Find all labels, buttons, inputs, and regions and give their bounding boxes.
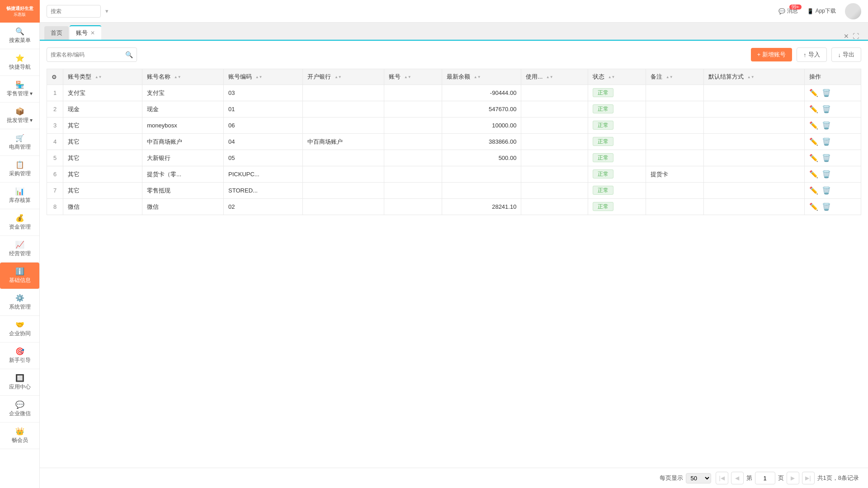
page-first-btn[interactable]: |◀ (716, 472, 728, 484)
cell-account (384, 199, 442, 215)
col-default-pay[interactable]: 默认结算方式 ▲▼ (704, 69, 804, 85)
topbar-search-input[interactable] (47, 5, 101, 18)
sidebar-item-wholesale[interactable]: 📦 批发管理 ▾ (0, 103, 39, 129)
enterprise-wechat-icon: 💬 (2, 400, 37, 409)
edit-icon[interactable]: ✏️ (809, 121, 818, 130)
edit-icon[interactable]: ✏️ (809, 202, 818, 211)
col-type[interactable]: 账号类型 ▲▼ (63, 69, 142, 85)
delete-icon[interactable]: 🗑️ (822, 105, 831, 113)
topbar-dropdown-icon[interactable]: ▾ (105, 8, 108, 14)
cell-no: 1 (47, 85, 63, 101)
col-usage[interactable]: 使用... ▲▼ (521, 69, 588, 85)
cell-code: 01 (224, 101, 303, 117)
edit-icon[interactable]: ✏️ (809, 186, 818, 195)
edit-icon[interactable]: ✏️ (809, 89, 818, 97)
cell-account (384, 150, 442, 166)
status-badge: 正常 (593, 88, 613, 97)
topbar-app-download[interactable]: 📱 App下载 (807, 7, 836, 15)
cell-status: 正常 (588, 183, 646, 199)
cell-default-pay (704, 85, 804, 101)
page-current-input[interactable] (755, 472, 775, 484)
cell-name: 提货卡（零... (142, 166, 224, 183)
import-button[interactable]: ↑ 导入 (797, 47, 827, 62)
tab-home[interactable]: 首页 (44, 26, 69, 40)
sidebar-item-ecommerce[interactable]: 🛒 电商管理 (0, 129, 39, 156)
sidebar-item-quicknav[interactable]: ⭐ 快捷导航 (0, 49, 39, 76)
col-status[interactable]: 状态 ▲▼ (588, 69, 646, 85)
export-button[interactable]: ↓ 导出 (831, 47, 862, 62)
sidebar-item-appcenter[interactable]: 🔲 应用中心 (0, 369, 39, 396)
delete-icon[interactable]: 🗑️ (822, 154, 831, 162)
sidebar-item-guide[interactable]: 🎯 新手引导 (0, 343, 39, 369)
cell-remark (646, 134, 704, 150)
search-input[interactable] (51, 52, 125, 58)
sidebar-item-inventory[interactable]: 📊 库存核算 (0, 183, 39, 209)
window-close-icon[interactable]: ✕ (844, 33, 849, 40)
tab-close-icon[interactable]: ✕ (90, 30, 95, 36)
sidebar: 畅捷通好生意 乐惠版 🔍 搜索菜单 ⭐ 快捷导航 🏪 零售管理 ▾ 📦 批发管理… (0, 0, 40, 488)
delete-icon[interactable]: 🗑️ (822, 121, 831, 130)
table-row: 2 现金 现金 01 547670.00 正常 ✏️ 🗑️ (47, 101, 861, 117)
col-account[interactable]: 账号 ▲▼ (384, 69, 442, 85)
delete-icon[interactable]: 🗑️ (822, 202, 831, 211)
sidebar-item-operations[interactable]: 📈 经营管理 (0, 236, 39, 263)
tab-account[interactable]: 账号 ✕ (70, 25, 101, 40)
delete-icon[interactable]: 🗑️ (822, 186, 831, 195)
finance-icon: 💰 (2, 214, 37, 222)
page-last-btn[interactable]: ▶| (802, 472, 815, 484)
edit-icon[interactable]: ✏️ (809, 154, 818, 162)
cell-name: moneybosx (142, 117, 224, 134)
sidebar-item-enterprise-wechat[interactable]: 💬 企业微信 (0, 396, 39, 422)
edit-icon[interactable]: ✏️ (809, 105, 818, 113)
col-balance[interactable]: 最新余额 ▲▼ (442, 69, 521, 85)
delete-icon[interactable]: 🗑️ (822, 170, 831, 178)
sidebar-item-collab[interactable]: 🤝 企业协同 (0, 316, 39, 343)
pagination: 每页显示 50 100 200 |◀ ◀ 第 页 ▶ ▶| 共1页，8条记录 (40, 468, 868, 488)
edit-icon[interactable]: ✏️ (809, 170, 818, 178)
window-expand-icon[interactable]: ⛶ (853, 33, 859, 40)
topbar-message[interactable]: 💬 消息 99+ (778, 7, 798, 15)
delete-icon[interactable]: 🗑️ (822, 137, 831, 146)
export-icon: ↓ (838, 52, 841, 58)
col-code[interactable]: 账号编码 ▲▼ (224, 69, 303, 85)
cell-code: 03 (224, 85, 303, 101)
member-icon: 👑 (2, 427, 37, 436)
sidebar-item-member[interactable]: 👑 畅会员 (0, 422, 39, 449)
delete-icon[interactable]: 🗑️ (822, 89, 831, 97)
edit-icon[interactable]: ✏️ (809, 137, 818, 146)
page-nav: |◀ ◀ 第 页 ▶ ▶| 共1页，8条记录 (716, 472, 859, 484)
tab-account-label: 账号 (76, 29, 88, 37)
tab-controls: ✕ ⛶ (844, 33, 863, 40)
cell-no: 6 (47, 166, 63, 183)
cell-default-pay (704, 101, 804, 117)
logo: 畅捷通好生意 乐惠版 (0, 0, 40, 23)
sidebar-item-retail[interactable]: 🏪 零售管理 ▾ (0, 76, 39, 103)
search-box[interactable]: 🔍 (47, 47, 137, 62)
new-account-button[interactable]: + 新增账号 (751, 48, 792, 61)
col-remark[interactable]: 备注 ▲▼ (646, 69, 704, 85)
table-row: 8 微信 微信 02 28241.10 正常 ✏️ 🗑️ (47, 199, 861, 215)
sidebar-item-basic-info[interactable]: ℹ️ 基础信息 (0, 263, 39, 289)
page-prev-btn[interactable]: ◀ (731, 472, 744, 484)
cell-name: 中百商场账户 (142, 134, 224, 150)
page-next-btn[interactable]: ▶ (787, 472, 799, 484)
sidebar-item-search[interactable]: 🔍 搜索菜单 (0, 23, 39, 49)
cell-status: 正常 (588, 150, 646, 166)
col-bank[interactable]: 开户银行 ▲▼ (303, 69, 384, 85)
cell-no: 3 (47, 117, 63, 134)
cell-action: ✏️ 🗑️ (804, 101, 861, 117)
total-info: 共1页，8条记录 (817, 474, 859, 482)
cell-bank (303, 101, 384, 117)
sidebar-item-finance[interactable]: 💰 资金管理 (0, 209, 39, 236)
search-icon[interactable]: 🔍 (125, 51, 133, 58)
cell-status: 正常 (588, 199, 646, 215)
avatar[interactable] (845, 3, 861, 19)
sidebar-item-system[interactable]: ⚙️ 系统管理 (0, 289, 39, 316)
page-size-dropdown[interactable]: 50 100 200 (686, 473, 711, 483)
col-name[interactable]: 账号名称 ▲▼ (142, 69, 224, 85)
status-badge: 正常 (593, 186, 613, 195)
logo-text: 畅捷通好生意 (6, 5, 33, 12)
col-settings[interactable]: ⚙ (47, 69, 63, 85)
sidebar-item-purchase[interactable]: 📋 采购管理 (0, 156, 39, 183)
table-row: 5 其它 大新银行 05 500.00 正常 ✏️ 🗑️ (47, 150, 861, 166)
